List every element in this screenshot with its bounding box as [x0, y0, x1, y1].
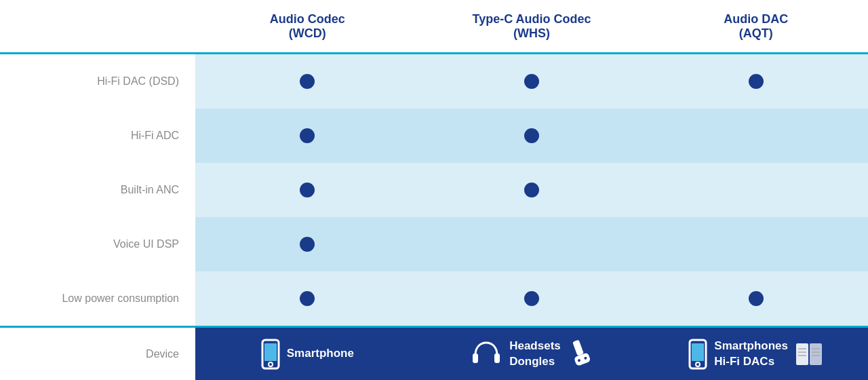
device-col3-text2: Hi-Fi DACs [714, 354, 774, 369]
smartphone2-icon [688, 339, 707, 370]
data-cell [195, 217, 420, 271]
data-cell [420, 217, 644, 271]
table-row: Voice UI DSP [0, 217, 868, 271]
feature-dot [300, 183, 315, 197]
device-row: Device Smartphone [0, 326, 868, 380]
data-cell [644, 54, 868, 109]
table-row: Hi-Fi ADC [0, 109, 868, 163]
device-col3-text1: Smartphones [714, 339, 788, 354]
device-col2-inner: Headsets Dongles [470, 339, 593, 370]
row-label: Low power consumption [0, 271, 195, 326]
svg-rect-10 [692, 343, 704, 361]
header-col2: Type-C Audio Codec (WHS) [420, 0, 644, 52]
feature-dot [300, 291, 315, 306]
device-col1: Smartphone [195, 328, 420, 380]
book-icon [795, 341, 823, 368]
feature-dot [524, 291, 539, 306]
data-rows: Hi-Fi DAC (DSD) Hi-Fi ADC [0, 54, 868, 326]
headset-icon [470, 339, 502, 370]
svg-rect-5 [572, 339, 584, 356]
header-col1: Audio Codec (WCD) [195, 0, 420, 52]
header-col3: Audio DAC (AQT) [644, 0, 868, 52]
device-col3: Smartphones Hi-Fi DACs [644, 328, 868, 380]
device-col2-text1: Headsets [509, 339, 561, 354]
device-col2: Headsets Dongles [420, 328, 644, 380]
dongle-icon [563, 335, 597, 373]
feature-dot [524, 74, 539, 89]
header-empty [0, 0, 195, 52]
data-cell [644, 217, 868, 271]
comparison-table: Audio Codec (WCD) Type-C Audio Codec (WH… [0, 0, 868, 380]
svg-rect-1 [264, 343, 277, 361]
feature-dot [300, 128, 315, 143]
device-label: Device [0, 328, 195, 380]
device-col3-inner: Smartphones Hi-Fi DACs [688, 339, 823, 370]
row-label: Voice UI DSP [0, 217, 195, 271]
data-cell [644, 163, 868, 217]
feature-dot [524, 183, 539, 197]
header-row: Audio Codec (WCD) Type-C Audio Codec (WH… [0, 0, 868, 54]
feature-dot [524, 128, 539, 143]
data-cell [195, 109, 420, 163]
data-cell [644, 109, 868, 163]
svg-rect-3 [473, 354, 478, 363]
svg-point-2 [269, 362, 273, 366]
row-label: Hi-Fi DAC (DSD) [0, 54, 195, 109]
device-col1-text: Smartphone [287, 346, 354, 361]
table-row: Hi-Fi DAC (DSD) [0, 54, 868, 109]
feature-dot [749, 74, 764, 89]
svg-point-11 [696, 362, 700, 366]
feature-dot [749, 291, 764, 306]
table-row: Low power consumption [0, 271, 868, 326]
data-cell [420, 109, 644, 163]
data-cell [195, 271, 420, 326]
device-col2-text2: Dongles [509, 354, 555, 369]
feature-dot [300, 237, 315, 252]
row-label: Built-in ANC [0, 163, 195, 217]
row-label: Hi-Fi ADC [0, 109, 195, 163]
data-cell [195, 54, 420, 109]
svg-rect-13 [810, 343, 822, 365]
feature-dot [300, 74, 315, 89]
data-cell [195, 163, 420, 217]
smartphone-icon [261, 339, 280, 370]
data-cell [420, 271, 644, 326]
device-col1-inner: Smartphone [261, 339, 354, 370]
data-cell [644, 271, 868, 326]
svg-rect-12 [796, 343, 808, 365]
data-cell [420, 163, 644, 217]
svg-rect-4 [494, 354, 500, 363]
data-cell [420, 54, 644, 109]
table-row: Built-in ANC [0, 163, 868, 217]
